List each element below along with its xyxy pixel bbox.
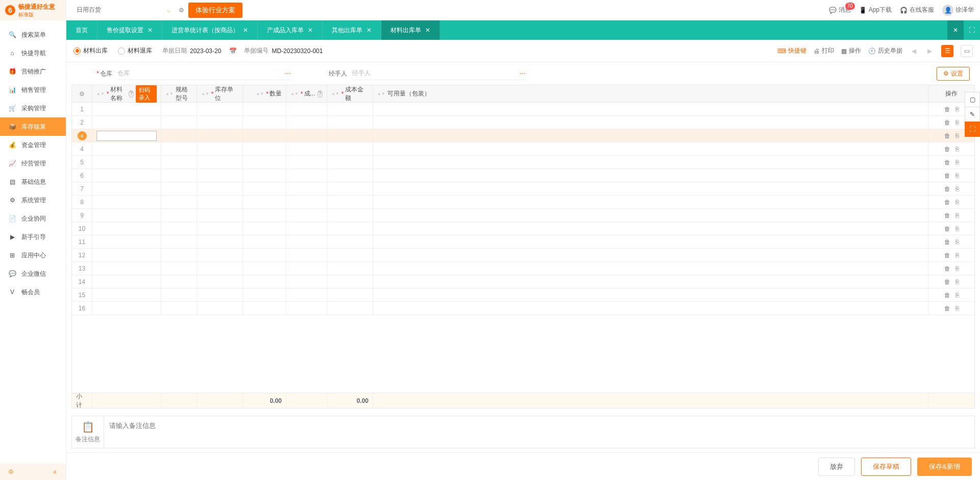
copy-row-icon[interactable]: ⎘ bbox=[955, 132, 959, 139]
table-row[interactable]: 15🗑⎘ bbox=[72, 289, 974, 302]
col-qty[interactable]: ▲▼*数量 bbox=[243, 85, 286, 102]
delete-row-icon[interactable]: 🗑 bbox=[944, 212, 950, 219]
add-row-button[interactable]: + bbox=[78, 131, 87, 140]
copy-row-icon[interactable]: ⎘ bbox=[955, 106, 959, 113]
copy-row-icon[interactable]: ⎘ bbox=[955, 212, 959, 219]
remark-input[interactable] bbox=[104, 416, 974, 448]
col-cost[interactable]: ▲▼*成...? bbox=[286, 85, 327, 102]
warehouse-more-icon[interactable]: ⋯ bbox=[285, 70, 291, 77]
table-row[interactable]: 7🗑⎘ bbox=[72, 182, 974, 196]
table-row[interactable]: 8🗑⎘ bbox=[72, 196, 974, 209]
delete-row-icon[interactable]: 🗑 bbox=[944, 252, 950, 259]
rail-btn-1[interactable]: ▢ bbox=[965, 92, 980, 107]
rail-btn-3[interactable]: ⛶ bbox=[965, 122, 980, 137]
calendar-icon[interactable]: 📅 bbox=[229, 47, 237, 55]
tab-4[interactable]: 其他出库单✕ bbox=[323, 20, 381, 40]
table-row[interactable]: 9🗑⎘ bbox=[72, 209, 974, 222]
table-row[interactable]: +🗑⎘ bbox=[72, 129, 974, 142]
nav-item-2[interactable]: 🎁营销推广 bbox=[0, 62, 66, 81]
tab-5[interactable]: 材料出库单✕ bbox=[381, 20, 440, 40]
print-button[interactable]: 🖨打印 bbox=[814, 46, 834, 55]
expand-button[interactable]: ⛶ bbox=[964, 20, 980, 40]
messages-button[interactable]: 💬 消息 70 bbox=[829, 6, 851, 14]
industry-plan-button[interactable]: 体验行业方案 bbox=[188, 3, 242, 18]
copy-row-icon[interactable]: ⎘ bbox=[955, 305, 959, 312]
collapse-icon[interactable]: ⪡ bbox=[52, 468, 58, 475]
col-unit[interactable]: ▲▼*库存单位 bbox=[197, 85, 243, 102]
shortcut-button[interactable]: ⌨快捷键 bbox=[777, 46, 806, 55]
handler-more-icon[interactable]: ⋯ bbox=[520, 70, 526, 77]
nav-item-11[interactable]: ▶新手引导 bbox=[0, 228, 66, 246]
copy-row-icon[interactable]: ⎘ bbox=[955, 172, 959, 179]
delete-row-icon[interactable]: 🗑 bbox=[944, 225, 950, 232]
tab-0[interactable]: 首页 bbox=[66, 20, 97, 40]
copy-row-icon[interactable]: ⎘ bbox=[955, 225, 959, 232]
close-all-button[interactable]: ✕ bbox=[947, 20, 964, 40]
radio-material-return[interactable]: 材料退库 bbox=[118, 46, 152, 55]
close-icon[interactable]: ✕ bbox=[148, 27, 153, 34]
copy-row-icon[interactable]: ⎘ bbox=[955, 292, 959, 299]
table-row[interactable]: 2🗑⎘ bbox=[72, 116, 974, 129]
close-icon[interactable]: ✕ bbox=[366, 27, 372, 34]
handler-input[interactable]: 经手人 bbox=[352, 67, 526, 80]
view-card-button[interactable]: ▭ bbox=[961, 45, 973, 57]
nav-item-1[interactable]: ⌂快捷导航 bbox=[0, 44, 66, 62]
delete-row-icon[interactable]: 🗑 bbox=[944, 265, 950, 272]
close-icon[interactable]: ✕ bbox=[308, 27, 313, 34]
nav-item-10[interactable]: 📄企业协同 bbox=[0, 209, 66, 228]
delete-row-icon[interactable]: 🗑 bbox=[944, 172, 950, 179]
copy-row-icon[interactable]: ⎘ bbox=[955, 199, 959, 206]
col-config[interactable]: ⚙ bbox=[72, 85, 92, 102]
help-icon[interactable]: ? bbox=[129, 90, 134, 98]
delete-row-icon[interactable]: 🗑 bbox=[944, 278, 950, 285]
settings-button[interactable]: ⚙设置 bbox=[937, 67, 970, 81]
delete-row-icon[interactable]: 🗑 bbox=[944, 292, 950, 299]
table-row[interactable]: 14🗑⎘ bbox=[72, 275, 974, 289]
nav-item-6[interactable]: 💰资金管理 bbox=[0, 136, 66, 154]
nav-item-0[interactable]: 🔍搜索菜单 bbox=[0, 26, 66, 44]
copy-row-icon[interactable]: ⎘ bbox=[955, 252, 959, 259]
copy-row-icon[interactable]: ⎘ bbox=[955, 159, 959, 166]
app-download-button[interactable]: 📱 App下载 bbox=[859, 6, 892, 14]
delete-row-icon[interactable]: 🗑 bbox=[944, 199, 950, 206]
save-new-button[interactable]: 保存&新增 bbox=[917, 458, 972, 476]
table-row[interactable]: 5🗑⎘ bbox=[72, 156, 974, 169]
history-button[interactable]: 🕘历史单据 bbox=[868, 46, 902, 55]
delete-row-icon[interactable]: 🗑 bbox=[944, 132, 950, 139]
nav-item-3[interactable]: 📊销售管理 bbox=[0, 81, 66, 99]
radio-material-out[interactable]: 材料出库 bbox=[74, 46, 108, 55]
close-icon[interactable]: ✕ bbox=[243, 27, 248, 34]
date-value[interactable]: 2023-03-20 bbox=[190, 47, 221, 55]
discard-button[interactable]: 放弃 bbox=[818, 458, 855, 476]
save-draft-button[interactable]: 保存草稿 bbox=[861, 458, 911, 476]
warehouse-input[interactable]: 仓库 bbox=[117, 67, 291, 80]
col-available[interactable]: ▲▼可用量（包装） bbox=[373, 85, 928, 102]
gear-icon[interactable]: ⚙ bbox=[179, 7, 184, 14]
delete-row-icon[interactable]: 🗑 bbox=[944, 238, 950, 246]
delete-row-icon[interactable]: 🗑 bbox=[944, 146, 950, 153]
help-icon[interactable]: ? bbox=[317, 90, 323, 98]
copy-row-icon[interactable]: ⎘ bbox=[955, 238, 959, 246]
delete-row-icon[interactable]: 🗑 bbox=[944, 119, 950, 126]
tab-3[interactable]: 产成品入库单✕ bbox=[258, 20, 323, 40]
table-row[interactable]: 16🗑⎘ bbox=[72, 302, 974, 315]
support-button[interactable]: 🎧 在线客服 bbox=[900, 6, 934, 14]
copy-row-icon[interactable]: ⎘ bbox=[955, 265, 959, 272]
view-list-button[interactable]: ☰ bbox=[941, 45, 953, 57]
warehouse-field[interactable]: *仓库 仓库 ⋯ bbox=[77, 67, 291, 80]
copy-row-icon[interactable]: ⎘ bbox=[955, 119, 959, 126]
nav-item-4[interactable]: 🛒采购管理 bbox=[0, 99, 66, 117]
nav-item-5[interactable]: 📦库存核算 bbox=[0, 117, 66, 136]
store-select[interactable]: 日用百货 ⌵ bbox=[72, 3, 175, 17]
copy-row-icon[interactable]: ⎘ bbox=[955, 146, 959, 153]
nav-item-12[interactable]: ⊞应用中心 bbox=[0, 246, 66, 265]
rail-btn-2[interactable]: ✎ bbox=[965, 107, 980, 122]
table-row[interactable]: 6🗑⎘ bbox=[72, 169, 974, 182]
scan-input-tag[interactable]: 扫码录入 bbox=[136, 85, 157, 103]
tab-1[interactable]: 售价提取设置✕ bbox=[97, 20, 162, 40]
material-name-input[interactable] bbox=[96, 131, 157, 141]
delete-row-icon[interactable]: 🗑 bbox=[944, 305, 950, 312]
nav-item-14[interactable]: V畅会员 bbox=[0, 283, 66, 301]
nav-item-8[interactable]: ▤基础信息 bbox=[0, 173, 66, 191]
nav-item-9[interactable]: ⚙系统管理 bbox=[0, 191, 66, 209]
